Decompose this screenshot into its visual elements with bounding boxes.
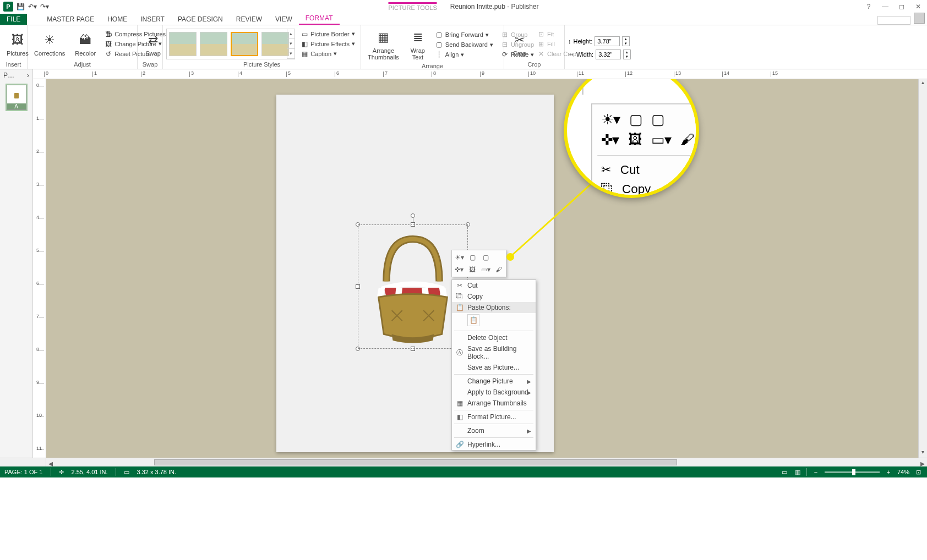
arrange-thumbnails-button[interactable]: ▦ Arrange Thumbnails [364,26,402,63]
crop-button[interactable]: ✂ Crop [508,29,532,59]
ctx-zoom[interactable]: Zoom▶ [452,425,536,436]
fit-label: Fit [547,31,554,37]
send-backward-button[interactable]: ▢Send Backward ▾ [433,40,495,49]
tab-review[interactable]: REVIEW [230,14,269,25]
tab-home[interactable]: HOME [101,14,134,25]
quick-access-toolbar: P 💾 ↶▾ ↷▾ [0,2,53,12]
resize-handle-nw[interactable] [356,222,360,227]
ctx-delete[interactable]: Delete Object [452,332,536,343]
paste-option-button[interactable]: 📋 [467,314,479,326]
ctx-save-picture[interactable]: Save as Picture... [452,362,536,373]
ctx-copy[interactable]: ⿻Copy [452,291,536,302]
mag-copy-icon: ⿻ [601,182,613,196]
view-single-icon[interactable]: ▭ [780,468,789,476]
tab-insert[interactable]: INSERT [134,14,171,25]
align-button[interactable]: ┆Align ▾ [433,50,495,59]
minimize-icon[interactable]: — [880,1,891,12]
ctx-save-block[interactable]: ⒶSave as Building Block... [452,343,536,362]
user-avatar[interactable] [914,13,925,24]
zoom-in-icon[interactable]: + [884,468,893,476]
fill-icon: ⊞ [537,40,545,48]
tab-format[interactable]: FORMAT [299,13,340,25]
ctx-saveblock-label: Save as Building Block... [467,345,531,360]
width-input[interactable] [596,50,621,59]
style-thumb-4[interactable] [261,32,289,56]
undo-icon[interactable]: ↶▾ [28,2,37,12]
mini-change-icon[interactable]: 🖼 [467,265,477,274]
resize-handle-n[interactable] [411,222,415,227]
help-icon[interactable]: ? [863,1,874,12]
vertical-scrollbar[interactable]: ▴ ▾ [918,79,927,458]
compress-icon: 🗜 [105,30,112,38]
zoom-slider[interactable] [825,471,880,473]
mag-cut-label: Cut [620,162,640,177]
resize-handle-ne[interactable] [466,222,470,227]
style-thumb-1[interactable] [169,32,197,56]
mini-format-painter-icon[interactable]: 🖌 [494,265,504,274]
restore-icon[interactable]: ◻ [896,1,907,12]
caption-button[interactable]: ▦Caption▾ [298,50,357,58]
height-input[interactable] [595,36,620,46]
swap-button[interactable]: ⇄ Swap [141,29,165,59]
wrap-text-button[interactable]: ≣ Wrap Text [406,26,430,63]
picture-effects-button[interactable]: ◧Picture Effects▾ [298,40,357,48]
align-label: Align [445,51,459,58]
tab-page-design[interactable]: PAGE DESIGN [171,14,230,25]
ctx-arrange-thumbnails[interactable]: ▦Arrange Thumbnails [452,398,536,409]
width-label: Width: [576,51,593,58]
resize-handle-sw[interactable] [356,347,360,351]
ctx-hyperlink-label: Hyperlink... [467,441,500,448]
picture-style-gallery[interactable]: ▴▾▾ [166,29,295,59]
save-icon[interactable]: 💾 [15,2,25,12]
close-icon[interactable]: ✕ [913,1,924,12]
caption-label: Caption [310,51,331,57]
vertical-ruler[interactable]: 01234567891011 [33,79,46,458]
width-icon: ↔ [568,51,574,58]
style-thumb-3[interactable] [231,32,258,56]
canvas[interactable]: ☀▾ ▢ ▢ ✜▾ 🖼 ▭▾ 🖌 ✂Cut ⿻Copy 📋Paste [46,79,927,458]
nav-expand-icon[interactable]: › [27,72,29,79]
bring-forward-button[interactable]: ▢Bring Forward ▾ [433,30,495,39]
fit-page-icon[interactable]: ⊡ [914,468,923,476]
resize-handle-w[interactable] [356,284,360,289]
rotate-handle[interactable] [411,213,415,218]
gallery-scroll[interactable]: ▴▾▾ [287,29,295,59]
mini-crop-icon[interactable]: ✜▾ [454,265,464,274]
hscroll-thumb[interactable] [154,459,677,465]
ctx-change-picture[interactable]: Change Picture▶ [452,376,536,387]
width-spinner[interactable]: ▴▾ [623,50,631,59]
mag-cut-icon: ✂ [601,162,612,177]
mini-forward-icon[interactable]: ▢ [467,252,477,262]
horizontal-ruler[interactable]: 0123456789101112131415 [33,69,927,79]
status-page[interactable]: PAGE: 1 OF 1 [4,469,43,475]
zoom-level[interactable]: 74% [897,469,909,475]
ctx-apply-background[interactable]: Apply to Background▶ [452,387,536,398]
crop-label: Crop [513,50,526,57]
app-icon[interactable]: P [3,2,13,12]
horizontal-scrollbar[interactable]: ◂ ▸ [0,458,927,466]
ctx-format-picture[interactable]: ◧Format Picture... [452,411,536,422]
view-spread-icon[interactable]: ▥ [793,468,802,476]
mini-backward-icon[interactable]: ▢ [481,252,490,262]
recolor-button[interactable]: 🏔 Recolor [72,29,99,59]
ctx-hyperlink[interactable]: 🔗Hyperlink... [452,439,536,450]
fill-label: Fill [547,41,555,47]
mag-crop-icon: ✜▾ [601,131,620,148]
redo-icon[interactable]: ↷▾ [40,2,50,12]
height-spinner[interactable]: ▴▾ [622,36,630,46]
tab-view[interactable]: VIEW [269,14,299,25]
status-bar: PAGE: 1 OF 1 ✛ 2.55, 4.01 IN. ▭ 3.32 x 3… [0,466,927,477]
mini-style-icon[interactable]: ▭▾ [481,265,490,274]
corrections-button[interactable]: ☀ Corrections [31,29,68,59]
picture-border-button[interactable]: ▭Picture Border▾ [298,30,357,39]
magnifier-callout: ☀▾ ▢ ▢ ✜▾ 🖼 ▭▾ 🖌 ✂Cut [564,79,699,198]
tab-file[interactable]: FILE [0,14,27,25]
ctx-cut[interactable]: ✂Cut [452,280,536,291]
zoom-out-icon[interactable]: − [811,468,820,476]
user-name-box[interactable] [877,16,910,25]
page-thumbnail[interactable]: A [7,85,26,110]
tab-master-page[interactable]: MASTER PAGE [40,14,101,25]
style-thumb-2[interactable] [200,32,227,56]
resize-handle-s[interactable] [411,347,415,351]
mini-brightness-icon[interactable]: ☀▾ [454,252,464,262]
